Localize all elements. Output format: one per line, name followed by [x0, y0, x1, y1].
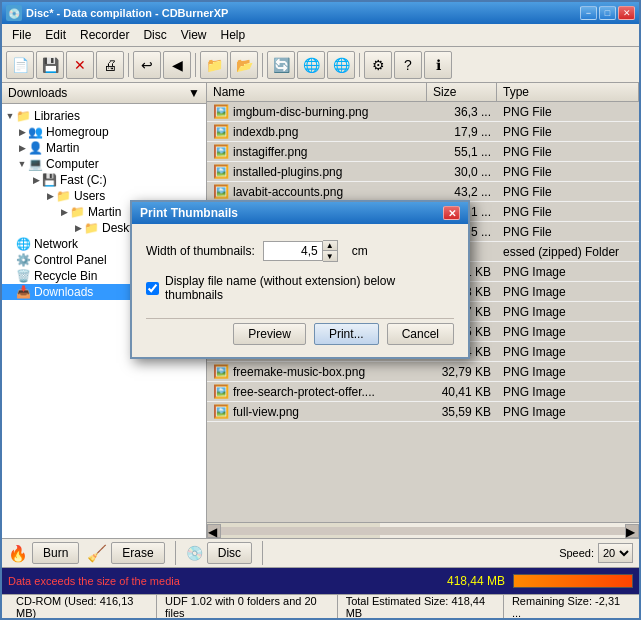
tree-label: Computer — [46, 157, 99, 171]
spin-down-button[interactable]: ▼ — [323, 251, 337, 261]
toggle-icon: ▼ — [16, 158, 28, 170]
menu-view[interactable]: View — [175, 26, 213, 44]
maximize-button[interactable]: □ — [599, 6, 616, 20]
user-icon: 👤 — [28, 141, 43, 155]
tree-label: Libraries — [34, 109, 80, 123]
dialog-title-bar: Print Thumbnails ✕ — [132, 202, 468, 224]
width-input-group: ▲ ▼ — [263, 240, 338, 262]
close-button[interactable]: ✕ — [618, 6, 635, 20]
cancel-button[interactable]: Cancel — [387, 323, 454, 345]
menu-help[interactable]: Help — [215, 26, 252, 44]
status-remaining: Remaining Size: -2,31 ... — [504, 595, 633, 618]
print-button[interactable]: 🖨 — [96, 51, 124, 79]
width-unit: cm — [352, 244, 368, 258]
file-icon: 🖼️ — [213, 404, 229, 419]
print-button[interactable]: Print... — [314, 323, 379, 345]
file-icon: 🖼️ — [213, 124, 229, 139]
menu-file[interactable]: File — [6, 26, 37, 44]
tree-item-fastc[interactable]: ▶ 💾 Fast (C:) — [2, 172, 206, 188]
scroll-right-button[interactable]: ▶ — [625, 524, 639, 538]
table-row[interactable]: 🖼️lavabit-accounts.png 43,2 ... PNG File — [207, 182, 639, 202]
tree-label: Homegroup — [46, 125, 109, 139]
folder-dropdown[interactable]: Downloads ▼ — [2, 83, 206, 104]
disc-button[interactable]: Disc — [207, 542, 252, 564]
tree-label: Downloads — [34, 285, 93, 299]
menu-recorder[interactable]: Recorder — [74, 26, 135, 44]
menu-edit[interactable]: Edit — [39, 26, 72, 44]
table-row[interactable]: 🖼️full-view.png 35,59 KB PNG Image — [207, 402, 639, 422]
col-header-type[interactable]: Type — [497, 83, 639, 101]
folder-icon: 📁 — [84, 221, 99, 235]
delete-button[interactable]: ✕ — [66, 51, 94, 79]
window-title: Disc* - Data compilation - CDBurnerXP — [26, 7, 228, 19]
separator2 — [262, 541, 263, 565]
table-row[interactable]: 🖼️installed-plugins.png 30,0 ... PNG Fil… — [207, 162, 639, 182]
new-button[interactable]: 📄 — [6, 51, 34, 79]
window-controls: − □ ✕ — [580, 6, 635, 20]
app-icon: 💿 — [6, 5, 22, 21]
dialog-close-button[interactable]: ✕ — [443, 206, 460, 220]
network-icon: 🌐 — [16, 237, 31, 251]
table-row[interactable]: 🖼️indexdb.png 17,9 ... PNG File — [207, 122, 639, 142]
separator3 — [262, 53, 263, 77]
toggle-icon: ▶ — [72, 222, 84, 234]
tree-item-libraries[interactable]: ▼ 📁 Libraries — [2, 108, 206, 124]
horizontal-scrollbar[interactable]: ◀ ▶ — [207, 522, 639, 538]
globe2-button[interactable]: 🌐 — [327, 51, 355, 79]
toggle-icon — [4, 254, 16, 266]
width-spinner: ▲ ▼ — [323, 240, 338, 262]
globe-button[interactable]: 🌐 — [297, 51, 325, 79]
print-thumbnails-dialog: Print Thumbnails ✕ Width of thumbnails: … — [130, 200, 470, 359]
folder-button[interactable]: 📁 — [200, 51, 228, 79]
tree-item-computer[interactable]: ▼ 💻 Computer — [2, 156, 206, 172]
separator — [175, 541, 176, 565]
toggle-icon: ▶ — [58, 206, 70, 218]
tree-item-homegroup[interactable]: ▶ 👥 Homegroup — [2, 124, 206, 140]
minimize-button[interactable]: − — [580, 6, 597, 20]
speed-dropdown[interactable]: 20 16 8 4 — [598, 543, 633, 563]
display-name-checkbox[interactable] — [146, 282, 159, 295]
table-row[interactable]: 🖼️imgbum-disc-burning.png 36,3 ... PNG F… — [207, 102, 639, 122]
table-row[interactable]: 🖼️instagiffer.png 55,1 ... PNG File — [207, 142, 639, 162]
settings-button[interactable]: ⚙ — [364, 51, 392, 79]
toggle-icon — [4, 270, 16, 282]
folder-dropdown-label: Downloads — [8, 86, 67, 100]
menu-disc[interactable]: Disc — [137, 26, 172, 44]
toggle-icon — [4, 238, 16, 250]
tree-label: Recycle Bin — [34, 269, 97, 283]
preview-button[interactable]: Preview — [233, 323, 306, 345]
toggle-icon: ▶ — [44, 190, 56, 202]
scroll-left-button[interactable]: ◀ — [207, 524, 221, 538]
table-row[interactable]: 🖼️freemake-music-box.png 32,79 KB PNG Im… — [207, 362, 639, 382]
settings-icon: ⚙️ — [16, 253, 31, 267]
homegroup-icon: 👥 — [28, 125, 43, 139]
tree-label: Martin — [46, 141, 79, 155]
width-input[interactable] — [263, 241, 323, 261]
erase-button[interactable]: Erase — [111, 542, 164, 564]
separator4 — [359, 53, 360, 77]
table-row[interactable]: 🖼️free-search-protect-offer.... 40,41 KB… — [207, 382, 639, 402]
computer-icon: 💻 — [28, 157, 43, 171]
progress-warning-text: Data exceeds the size of the media — [8, 575, 443, 587]
file-list-header: Name Size Type — [207, 83, 639, 102]
back-button[interactable]: ◀ — [163, 51, 191, 79]
tree-label: Users — [74, 189, 105, 203]
folder-up-button[interactable]: 📂 — [230, 51, 258, 79]
file-icon: 🖼️ — [213, 364, 229, 379]
toggle-icon — [4, 286, 16, 298]
col-header-size[interactable]: Size — [427, 83, 497, 101]
menu-bar: File Edit Recorder Disc View Help — [2, 24, 639, 47]
recycle-icon: 🗑️ — [16, 269, 31, 283]
undo-button[interactable]: ↩ — [133, 51, 161, 79]
status-cdrom: CD-ROM (Used: 416,13 MB) — [8, 595, 157, 618]
burn-button[interactable]: Burn — [32, 542, 79, 564]
col-header-name[interactable]: Name — [207, 83, 427, 101]
tree-item-martin[interactable]: ▶ 👤 Martin — [2, 140, 206, 156]
help-button[interactable]: ? — [394, 51, 422, 79]
info-button[interactable]: ℹ — [424, 51, 452, 79]
spin-up-button[interactable]: ▲ — [323, 241, 337, 251]
save-button[interactable]: 💾 — [36, 51, 64, 79]
speed-label: Speed: — [559, 547, 594, 559]
progress-bar — [513, 574, 633, 588]
refresh-button[interactable]: 🔄 — [267, 51, 295, 79]
